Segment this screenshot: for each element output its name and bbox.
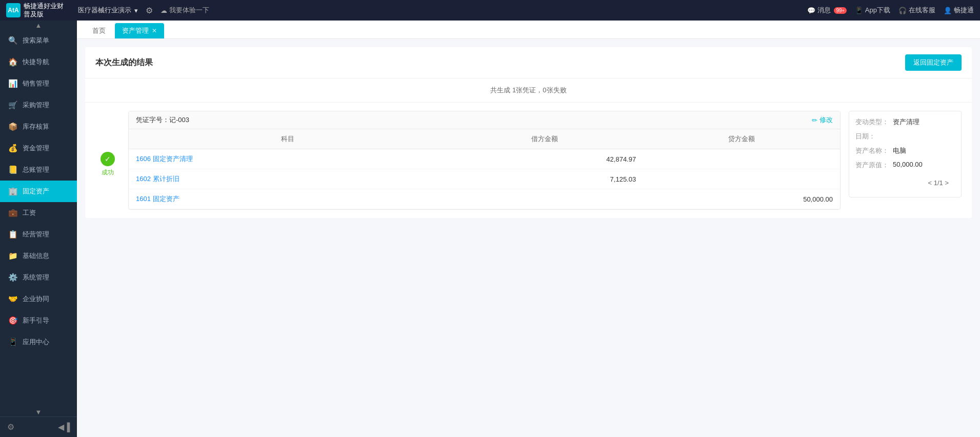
sidebar-item-app-center[interactable]: 📱 应用中心 bbox=[0, 331, 77, 353]
sidebar-item-operations[interactable]: 📋 经营管理 bbox=[0, 224, 77, 245]
info-row-date: 日期： bbox=[855, 132, 955, 141]
edit-label: 修改 bbox=[819, 115, 833, 125]
settings-gear-icon[interactable]: ⚙ bbox=[142, 3, 156, 17]
sidebar-item-enterprise[interactable]: 🤝 企业协同 bbox=[0, 288, 77, 310]
change-type-label: 变动类型： bbox=[855, 117, 889, 127]
asset-name-value: 电脑 bbox=[893, 146, 906, 155]
table-row: 1602 累计折旧 7,125.03 bbox=[129, 169, 840, 189]
summary-text: 共生成 1张凭证，0张失败 bbox=[490, 86, 566, 94]
purchase-icon: 🛒 bbox=[8, 101, 17, 110]
tab-close-icon[interactable]: ✕ bbox=[152, 27, 157, 34]
sidebar-item-payroll[interactable]: 💼 工资 bbox=[0, 202, 77, 224]
enterprise-icon: 🤝 bbox=[8, 294, 17, 304]
basic-info-icon: 📁 bbox=[8, 251, 17, 261]
sidebar-item-label: 企业协同 bbox=[23, 294, 49, 304]
fixed-assets-icon: 🏢 bbox=[8, 187, 17, 196]
return-fixed-assets-button[interactable]: 返回固定资产 bbox=[905, 54, 962, 71]
sidebar-item-ledger[interactable]: 📒 总账管理 bbox=[0, 159, 77, 181]
credit-cell bbox=[643, 169, 840, 189]
message-label: 消息 bbox=[817, 6, 831, 15]
sidebar-item-label: 采购管理 bbox=[23, 101, 49, 110]
success-indicator: ✓ 成功 bbox=[95, 111, 120, 210]
page-title: 本次生成的结果 bbox=[95, 57, 153, 68]
header-right: 💬 消息 99+ 📱 App下载 🎧 在线客服 👤 畅捷通 bbox=[807, 6, 974, 15]
col-subject: 科目 bbox=[129, 129, 446, 149]
ledger-icon: 📒 bbox=[8, 165, 17, 174]
main-layout: ▲ 🔍 搜索菜单 🏠 快捷导航 📊 销售管理 🛒 采购管理 📦 库存核算 bbox=[0, 21, 980, 437]
sidebar-item-label: 固定资产 bbox=[23, 187, 49, 196]
dropdown-icon: ▾ bbox=[134, 7, 138, 14]
inventory-icon: 📦 bbox=[8, 122, 17, 131]
tab-asset-mgmt[interactable]: 资产管理 ✕ bbox=[115, 23, 164, 38]
change-type-value: 资产清理 bbox=[893, 117, 919, 127]
company-selector[interactable]: 医疗器械行业演示 ▾ bbox=[78, 6, 138, 15]
logo-area: AtA 畅捷通好业财 普及版 bbox=[6, 2, 64, 18]
sidebar-item-inventory[interactable]: 📦 库存核算 bbox=[0, 116, 77, 137]
sidebar-item-basic-info[interactable]: 📁 基础信息 bbox=[0, 245, 77, 267]
success-circle-icon: ✓ bbox=[101, 152, 115, 166]
sidebar-item-capital[interactable]: 💰 资金管理 bbox=[0, 137, 77, 159]
sidebar-item-label: 总账管理 bbox=[23, 165, 49, 174]
result-header: 本次生成的结果 返回固定资产 bbox=[85, 47, 972, 78]
sidebar-item-search[interactable]: 🔍 搜索菜单 bbox=[0, 30, 77, 51]
company-name: 医疗器械行业演示 bbox=[78, 6, 131, 15]
asset-value-label: 资产原值： bbox=[855, 161, 889, 170]
pagination-nav[interactable]: < 1/1 > bbox=[928, 179, 949, 187]
voucher-header-row: 凭证字号：记-003 ✏ 修改 bbox=[129, 111, 840, 129]
edit-button[interactable]: ✏ 修改 bbox=[812, 115, 833, 125]
download-icon: 📱 bbox=[855, 7, 863, 14]
sidebar-item-label: 搜索菜单 bbox=[23, 36, 49, 45]
experience-label: 我要体验一下 bbox=[169, 6, 209, 15]
sidebar-item-purchase[interactable]: 🛒 采购管理 bbox=[0, 94, 77, 116]
app-download-action[interactable]: 📱 App下载 bbox=[855, 6, 890, 15]
sidebar-item-system[interactable]: ⚙️ 系统管理 bbox=[0, 267, 77, 288]
sidebar-scroll-up[interactable]: ▲ bbox=[0, 21, 77, 30]
debit-cell: 7,125.03 bbox=[446, 169, 643, 189]
info-row-asset-value: 资产原值： 50,000.00 bbox=[855, 161, 955, 170]
message-action[interactable]: 💬 消息 99+ bbox=[807, 6, 846, 15]
system-icon: ⚙️ bbox=[8, 273, 17, 282]
result-summary: 共生成 1张凭证，0张失败 bbox=[85, 78, 972, 103]
voucher-table: 科目 借方金额 贷方金额 1606 固定资产清理 42,874.97 bbox=[129, 129, 840, 209]
online-service-action[interactable]: 🎧 在线客服 bbox=[898, 6, 935, 15]
home-icon: 🏠 bbox=[8, 57, 17, 67]
sidebar-item-label: 销售管理 bbox=[23, 79, 49, 88]
user-label: 畅捷通 bbox=[954, 6, 974, 15]
sidebar-collapse-icon[interactable]: ◀▐ bbox=[58, 422, 70, 432]
info-row-change-type: 变动类型： 资产清理 bbox=[855, 117, 955, 127]
sidebar-item-quick-nav[interactable]: 🏠 快捷导航 bbox=[0, 51, 77, 73]
tab-bar: 首页 资产管理 ✕ bbox=[77, 21, 980, 39]
sidebar-item-label: 新手引导 bbox=[23, 316, 49, 325]
search-icon: 🔍 bbox=[8, 36, 17, 45]
capital-icon: 💰 bbox=[8, 144, 17, 153]
success-label: 成功 bbox=[102, 168, 114, 177]
experience-button[interactable]: ☁ 我要体验一下 bbox=[161, 6, 209, 15]
table-row: 1606 固定资产清理 42,874.97 bbox=[129, 149, 840, 169]
sidebar-settings-icon[interactable]: ⚙ bbox=[7, 422, 14, 432]
tab-home[interactable]: 首页 bbox=[85, 23, 113, 38]
logo-text: 畅捷通好业财 普及版 bbox=[24, 2, 64, 18]
sidebar-item-guide[interactable]: 🎯 新手引导 bbox=[0, 310, 77, 331]
logo-sub: 普及版 bbox=[24, 10, 64, 18]
table-row: 1601 固定资产 50,000.00 bbox=[129, 189, 840, 209]
app-download-label: App下载 bbox=[865, 6, 890, 15]
credit-cell: 50,000.00 bbox=[643, 189, 840, 209]
voucher-main: 凭证字号：记-003 ✏ 修改 科目 借方金额 贷方 bbox=[128, 111, 841, 210]
voucher-number: 凭证字号：记-003 bbox=[136, 115, 189, 125]
sidebar-item-label: 库存核算 bbox=[23, 122, 49, 131]
subject-cell: 1602 累计折旧 bbox=[129, 169, 446, 189]
content-area: 首页 资产管理 ✕ 本次生成的结果 返回固定资产 共生成 1张凭证，0张失败 bbox=[77, 21, 980, 437]
debit-cell: 42,874.97 bbox=[446, 149, 643, 169]
sidebar-item-sales[interactable]: 📊 销售管理 bbox=[0, 73, 77, 94]
edit-icon: ✏ bbox=[812, 116, 817, 124]
top-header: AtA 畅捷通好业财 普及版 医疗器械行业演示 ▾ ⚙ ☁ 我要体验一下 💬 消… bbox=[0, 0, 980, 21]
user-icon: 👤 bbox=[944, 7, 952, 14]
sidebar-item-label: 快捷导航 bbox=[23, 57, 49, 67]
asset-name-label: 资产名称： bbox=[855, 146, 889, 155]
sidebar-item-fixed-assets[interactable]: 🏢 固定资产 bbox=[0, 181, 77, 202]
service-icon: 🎧 bbox=[898, 7, 907, 14]
voucher-container: ✓ 成功 凭证字号：记-003 ✏ 修改 bbox=[85, 103, 972, 218]
user-action[interactable]: 👤 畅捷通 bbox=[944, 6, 974, 15]
sidebar-scroll-down[interactable]: ▼ bbox=[0, 407, 77, 416]
guide-icon: 🎯 bbox=[8, 316, 17, 325]
